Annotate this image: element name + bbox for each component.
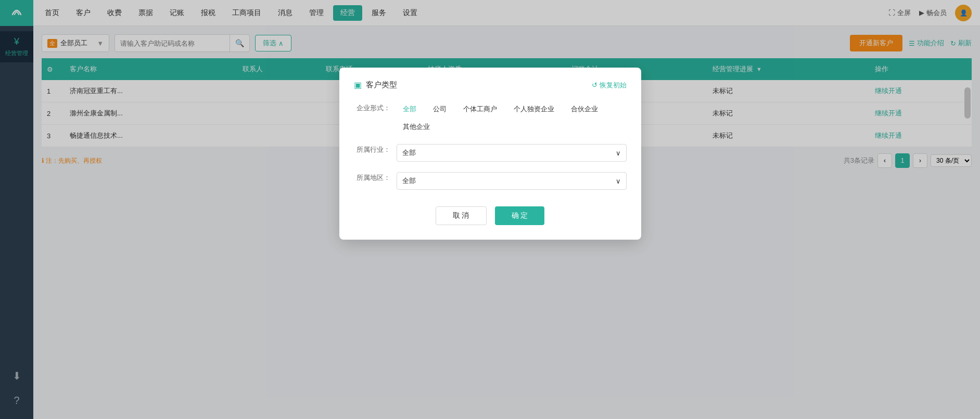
modal-reset-btn[interactable]: ↺ 恢复初始 — [592, 81, 627, 90]
reset-icon: ↺ — [592, 81, 597, 89]
region-row: 所属地区： 全部 ∨ — [354, 172, 627, 190]
cancel-button[interactable]: 取 消 — [436, 206, 487, 225]
enterprise-form-row: 企业形式： 全部 公司 个体工商户 个人独资企业 合伙企业 其他企业 — [354, 102, 627, 134]
type-company[interactable]: 公司 — [427, 102, 453, 116]
region-select[interactable]: 全部 ∨ — [397, 172, 627, 190]
region-chevron-icon: ∨ — [616, 177, 621, 185]
enterprise-type-tags: 全部 公司 个体工商户 个人独资企业 合伙企业 其他企业 — [397, 102, 627, 134]
reset-label: 恢复初始 — [600, 81, 627, 90]
type-all[interactable]: 全部 — [397, 102, 423, 116]
type-individual[interactable]: 个体工商户 — [457, 102, 503, 116]
type-partnership[interactable]: 合伙企业 — [565, 102, 604, 116]
region-body: 全部 ∨ — [397, 172, 627, 190]
modal-title: ▣ 客户类型 — [354, 80, 397, 90]
enterprise-form-body: 全部 公司 个体工商户 个人独资企业 合伙企业 其他企业 — [397, 102, 627, 134]
confirm-button[interactable]: 确 定 — [495, 206, 545, 225]
industry-value: 全部 — [402, 148, 416, 158]
modal-footer: 取 消 确 定 — [354, 206, 627, 225]
type-other[interactable]: 其他企业 — [397, 120, 436, 134]
industry-select[interactable]: 全部 ∨ — [397, 144, 627, 162]
region-label: 所属地区： — [354, 172, 390, 182]
industry-label: 所属行业： — [354, 144, 390, 154]
modal-header: ▣ 客户类型 ↺ 恢复初始 — [354, 80, 627, 90]
filter-modal: ▣ 客户类型 ↺ 恢复初始 企业形式： 全部 公司 个体工商户 个人独资企业 合… — [339, 68, 641, 240]
industry-chevron-icon: ∨ — [616, 149, 621, 157]
modal-title-text: 客户类型 — [366, 80, 397, 90]
modal-overlay: ▣ 客户类型 ↺ 恢复初始 企业形式： 全部 公司 个体工商户 个人独资企业 合… — [0, 0, 980, 419]
type-sole[interactable]: 个人独资企业 — [507, 102, 561, 116]
industry-body: 全部 ∨ — [397, 144, 627, 162]
modal-title-icon: ▣ — [354, 80, 362, 90]
enterprise-form-label: 企业形式： — [354, 102, 390, 113]
region-value: 全部 — [402, 176, 416, 186]
industry-row: 所属行业： 全部 ∨ — [354, 144, 627, 162]
